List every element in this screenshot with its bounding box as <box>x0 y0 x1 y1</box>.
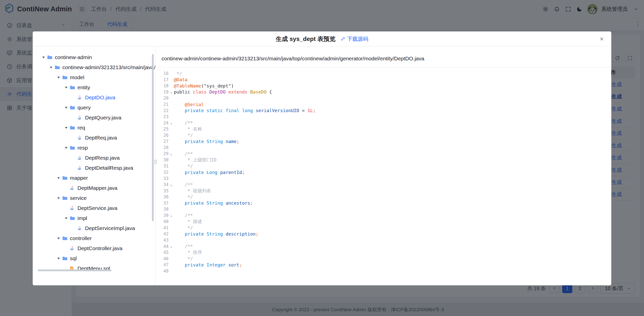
caret-down-icon[interactable] <box>64 87 68 88</box>
tree-node-label: DeptDetailResp.java <box>85 165 133 171</box>
tree-folder[interactable]: controller <box>33 233 153 243</box>
folder-icon <box>70 145 75 150</box>
download-source-link[interactable]: 下载源码 <box>341 35 368 42</box>
tree-file[interactable]: DeptMapper.java <box>33 183 153 193</box>
panel-resize-handle[interactable] <box>154 158 157 165</box>
tree-file[interactable]: DeptReq.java <box>33 133 153 143</box>
fold-caret-icon[interactable]: v <box>169 244 174 249</box>
link-icon <box>341 36 345 41</box>
line-number: 21 <box>155 102 169 107</box>
folder-icon <box>62 75 68 80</box>
caret-down-icon[interactable] <box>42 57 46 58</box>
caret-down-icon[interactable] <box>64 217 68 219</box>
code-editor: 16 */17@Data18@TableName("sys_dept")19vp… <box>155 67 611 274</box>
line-number: 31 <box>155 163 169 168</box>
code-line: 47 private Integer sort; <box>155 262 611 268</box>
code-line: 39v /** <box>155 212 611 219</box>
caret-down-icon[interactable] <box>64 147 68 149</box>
caret-down-icon[interactable] <box>49 67 53 68</box>
caret-down-icon[interactable] <box>57 258 61 259</box>
java-file-icon <box>77 226 83 231</box>
line-number: 23 <box>155 114 169 119</box>
close-icon[interactable] <box>598 35 605 42</box>
tree-folder[interactable]: req <box>33 123 153 133</box>
caret-down-icon[interactable] <box>64 107 68 109</box>
code-panel: continew-admin/continew-admin/3213213/sr… <box>155 47 611 285</box>
tree-file[interactable]: DeptServiceImpl.java <box>33 223 153 233</box>
tree-node-label: model <box>70 74 84 80</box>
fold-caret-icon[interactable]: v <box>169 120 174 125</box>
code-line: 27 private String name; <box>155 138 611 145</box>
tree-folder[interactable]: impl <box>33 213 153 223</box>
tree-node-label: DeptReq.java <box>85 135 117 141</box>
code-line: 18@TableName("sys_dept") <box>155 83 611 89</box>
tree-folder[interactable]: mapper <box>33 173 153 183</box>
fold-caret-icon[interactable]: v <box>169 182 174 187</box>
tree-node-label: controller <box>70 235 92 241</box>
code-line: 48 <box>155 268 611 274</box>
fold-gutter <box>169 134 174 136</box>
tree-folder[interactable]: service <box>33 193 153 203</box>
java-file-icon <box>70 186 75 191</box>
tree-folder[interactable]: sql <box>33 253 153 263</box>
java-file-icon <box>77 155 83 160</box>
fold-gutter <box>169 116 174 117</box>
line-number: 35 <box>155 188 169 193</box>
tree-horizontal-scrollbar[interactable] <box>38 269 111 271</box>
code-text: */ <box>174 163 193 169</box>
tree-node-label: DeptController.java <box>77 245 123 251</box>
code-text: @TableName("sys_dept") <box>174 83 234 88</box>
fold-gutter <box>169 258 174 259</box>
tree-folder[interactable]: continew-admin <box>33 52 153 62</box>
tree-file[interactable]: DeptQuery.java <box>33 113 153 123</box>
tree-file[interactable]: DeptController.java <box>33 243 153 253</box>
code-text: * 描述 <box>174 218 202 224</box>
caret-down-icon[interactable] <box>57 77 61 78</box>
tree-file[interactable]: DeptResp.java <box>33 153 153 163</box>
code-line: 35 * 祖级列表 <box>155 188 611 194</box>
code-text: private String ancestors; <box>174 200 253 206</box>
code-line: 42 private String description; <box>155 231 611 237</box>
line-number: 17 <box>155 77 169 82</box>
tree-folder[interactable]: model <box>33 72 153 82</box>
tree-file[interactable]: DeptService.java <box>33 203 153 213</box>
tree-node-label: DeptResp.java <box>85 155 120 161</box>
tree-vertical-scrollbar[interactable] <box>152 54 154 221</box>
caret-down-icon[interactable] <box>57 197 61 199</box>
line-number: 45 <box>155 250 169 255</box>
tree-node-label: req <box>77 125 85 131</box>
folder-icon <box>70 125 75 130</box>
fold-gutter <box>169 252 174 253</box>
fold-gutter <box>169 110 174 111</box>
folder-icon <box>62 256 68 261</box>
tree-folder[interactable]: query <box>33 103 153 113</box>
fold-caret-icon[interactable]: v <box>169 213 174 218</box>
fold-gutter <box>169 190 174 192</box>
line-number: 32 <box>155 170 169 175</box>
code-line: 32 private Long parentId; <box>155 169 611 175</box>
fold-caret-icon[interactable]: v <box>169 151 174 156</box>
code-line: 26 */ <box>155 132 611 138</box>
caret-down-icon[interactable] <box>57 177 61 179</box>
fold-caret-icon[interactable]: v <box>169 89 174 94</box>
code-text: @Serial <box>174 102 204 107</box>
line-number: 48 <box>155 268 169 274</box>
fold-gutter <box>169 202 174 204</box>
fold-gutter <box>169 147 174 148</box>
fold-gutter <box>169 208 174 210</box>
line-number: 42 <box>155 231 169 236</box>
code-line: 31 */ <box>155 163 611 169</box>
line-number: 26 <box>155 133 169 138</box>
caret-down-icon[interactable] <box>57 238 61 239</box>
code-text: */ <box>174 194 193 200</box>
tree-folder[interactable]: entity <box>33 82 153 93</box>
tree-folder[interactable]: resp <box>33 143 153 153</box>
code-text: private Integer sort; <box>174 262 242 267</box>
code-line: 28 <box>155 145 611 151</box>
caret-down-icon[interactable] <box>64 127 68 129</box>
tree-node-label: DeptService.java <box>77 205 117 211</box>
tree-file[interactable]: DeptMenu.sql <box>33 263 153 274</box>
tree-file[interactable]: DeptDetailResp.java <box>33 163 153 173</box>
tree-file[interactable]: DeptDO.java <box>33 93 153 103</box>
tree-folder[interactable]: continew-admin/3213213/src/main/java/top <box>33 62 153 72</box>
